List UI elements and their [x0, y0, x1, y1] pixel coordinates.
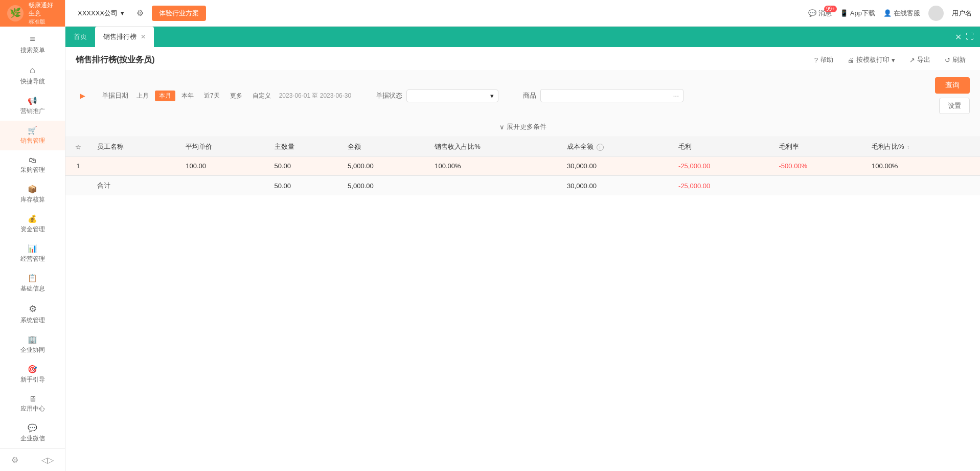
cell-gross-profit: -25,000.00: [672, 157, 772, 176]
th-rank-icon: ☆: [65, 137, 91, 157]
sidebar-item-system[interactable]: ⚙ 系统管理: [0, 298, 65, 330]
sidebar-item-inventory[interactable]: 📦 库存核算: [0, 180, 65, 209]
sidebar-item-search-order[interactable]: ≡ 搜索菜单: [0, 29, 65, 60]
refresh-btn[interactable]: ↺ 刷新: [941, 53, 970, 66]
expand-more-conditions[interactable]: ∨ 展开更多条件: [76, 119, 970, 137]
chevron-down-icon: ▾: [490, 92, 494, 100]
trial-button[interactable]: 体验行业方案: [152, 6, 206, 21]
tab-home-label: 首页: [74, 32, 87, 41]
tab-bar-right: ✕ ⛶: [955, 32, 980, 42]
header: XXXXXX公司 ▾ ⚙ 体验行业方案 💬 消息 99+ 📱 App下载 👤 在…: [65, 0, 980, 27]
sidebar-item-label: 销售管理: [20, 137, 45, 145]
sidebar-item-operations[interactable]: 📊 经营管理: [0, 239, 65, 268]
sidebar-item-label: 营销推广: [20, 107, 45, 116]
message-icon: 💬: [808, 9, 816, 17]
date-tab-last-month[interactable]: 上月: [132, 91, 153, 101]
footer-gross-rate: [773, 175, 866, 195]
th-quantity: 主数量: [268, 137, 342, 157]
company-name: XXXXXX公司: [78, 9, 118, 18]
cost-amount-info-icon[interactable]: i: [597, 144, 604, 151]
date-tab-7days[interactable]: 近7天: [200, 91, 224, 101]
template-print-btn[interactable]: 🖨 按模板打印 ▾: [844, 53, 899, 66]
sidebar-item-label: 基础信息: [20, 284, 45, 293]
th-avg-price: 平均单价: [179, 137, 268, 157]
tab-sales-ranking[interactable]: 销售排行榜 ✕: [95, 27, 154, 47]
main-content: 首页 销售排行榜 ✕ ✕ ⛶ 销售排行榜(按业务员) ? 帮助 🖨 按模板打印: [65, 27, 980, 471]
table-header: ☆ 员工名称 平均单价 主数量 全额 销售收入占比% 成本全额 i 毛利 毛利率: [65, 137, 980, 157]
tab-minimize-icon[interactable]: ✕: [955, 32, 962, 42]
gross-pct-sort-icon[interactable]: ↕: [907, 144, 909, 150]
help-btn[interactable]: ? 帮助: [810, 53, 837, 66]
sidebar-item-marketing[interactable]: 📢 营销推广: [0, 91, 65, 121]
export-btn[interactable]: ↗ 导出: [905, 53, 935, 66]
app-download-btn[interactable]: 📱 App下载: [840, 9, 875, 18]
th-gross-profit: 毛利: [672, 137, 772, 157]
avatar[interactable]: [928, 6, 944, 21]
th-cost-amount: 成本全额 i: [561, 137, 672, 157]
page-title: 销售排行榜(按业务员): [76, 55, 155, 65]
messages-btn[interactable]: 💬 消息 99+: [808, 9, 832, 18]
footer-cost-amount: 30,000.00: [561, 175, 672, 195]
sidebar-item-guide[interactable]: 🎯 新手引导: [0, 360, 65, 389]
sidebar-item-finance[interactable]: 💰 资金管理: [0, 209, 65, 239]
query-button[interactable]: 查询: [935, 77, 970, 94]
sales-icon: 🛒: [28, 126, 37, 135]
sidebar-item-app-center[interactable]: 🖥 应用中心: [0, 389, 65, 418]
data-table: ☆ 员工名称 平均单价 主数量 全额 销售收入占比% 成本全额 i 毛利 毛利率: [65, 137, 980, 195]
basic-info-icon: 📋: [28, 274, 37, 283]
goods-ellipsis-icon: ···: [673, 92, 679, 100]
search-order-icon: ≡: [30, 34, 35, 44]
export-icon: ↗: [909, 56, 915, 64]
sidebar-item-label: 应用中心: [20, 405, 45, 413]
date-tab-custom[interactable]: 自定义: [248, 91, 275, 101]
cell-cost-amount: 30,000.00: [561, 157, 672, 176]
date-tab-this-year[interactable]: 本年: [177, 91, 198, 101]
inventory-icon: 📦: [28, 185, 37, 194]
th-amount: 全额: [341, 137, 428, 157]
settings-footer-btn[interactable]: ⚙: [11, 455, 18, 465]
date-tabs: 上月 本月 本年 近7天 更多 自定义: [132, 91, 275, 101]
refresh-label: 刷新: [952, 55, 966, 64]
page-header: 销售排行榜(按业务员) ? 帮助 🖨 按模板打印 ▾ ↗ 导出 ↺ 刷新: [65, 47, 980, 71]
company-selector[interactable]: XXXXXX公司 ▾: [74, 7, 128, 20]
expand-more-label: 展开更多条件: [507, 122, 546, 131]
svg-text:🌿: 🌿: [10, 7, 21, 18]
tab-bar: 首页 销售排行榜 ✕ ✕ ⛶: [65, 27, 980, 47]
date-tab-this-month[interactable]: 本月: [155, 91, 175, 101]
status-select[interactable]: ▾: [406, 89, 498, 102]
goods-filter-label: 商品: [523, 91, 536, 100]
sidebar-item-sales[interactable]: 🛒 销售管理: [0, 121, 65, 150]
filter-expand-arrow[interactable]: ▶: [76, 89, 89, 102]
sidebar-item-basic-info[interactable]: 📋 基础信息: [0, 268, 65, 298]
th-gross-rate: 毛利率: [773, 137, 866, 157]
print-icon: 🖨: [848, 56, 854, 64]
cell-quantity: 50.00: [268, 157, 342, 176]
goods-input[interactable]: ···: [540, 89, 683, 102]
collapse-btn[interactable]: ◁▷: [41, 455, 54, 465]
tab-home[interactable]: 首页: [65, 27, 95, 47]
date-range-display: 2023-06-01 至 2023-06-30: [279, 92, 351, 100]
tab-close-icon[interactable]: ✕: [141, 33, 146, 40]
sidebar-item-enterprise[interactable]: 🏢 企业协同: [0, 330, 65, 360]
sidebar-item-quick-nav[interactable]: ⌂ 快捷导航: [0, 60, 65, 91]
sidebar-item-label: 系统管理: [20, 316, 45, 325]
date-filter-label: 单据日期: [102, 91, 128, 100]
sidebar-item-wechat[interactable]: 💬 企业微信: [0, 418, 65, 448]
guide-icon: 🎯: [28, 365, 37, 374]
tab-maximize-icon[interactable]: ⛶: [966, 32, 974, 41]
settings-button[interactable]: 设置: [939, 98, 970, 114]
data-table-container: ☆ 员工名称 平均单价 主数量 全额 销售收入占比% 成本全额 i 毛利 毛利率: [65, 137, 980, 195]
header-settings-icon[interactable]: ⚙: [134, 6, 146, 20]
chevron-down-icon: ▾: [892, 56, 895, 64]
footer-label: 合计: [91, 175, 179, 195]
sidebar-item-label: 企业协同: [20, 346, 45, 354]
footer-empty: [65, 175, 91, 195]
date-tab-more[interactable]: 更多: [226, 91, 246, 101]
sidebar-item-purchase[interactable]: 🛍 采购管理: [0, 150, 65, 180]
footer-quantity: 50.00: [268, 175, 342, 195]
online-service-btn[interactable]: 👤 在线客服: [883, 9, 920, 18]
status-filter-group: 单据状态 ▾: [376, 89, 498, 102]
goods-filter-group: 商品 ···: [523, 89, 683, 102]
purchase-icon: 🛍: [29, 155, 36, 164]
cell-amount: 5,000.00: [341, 157, 428, 176]
